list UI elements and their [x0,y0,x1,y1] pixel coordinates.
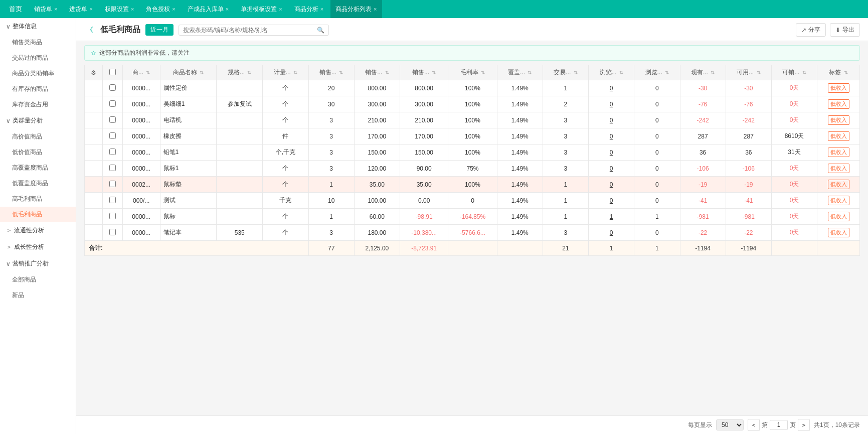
page-input[interactable] [770,420,788,430]
sidebar-item-new-goods[interactable]: 新品 [0,287,76,303]
search-icon[interactable]: 🔍 [317,27,324,34]
row-browse1[interactable]: 0 [589,112,634,128]
nav-goods-analysis[interactable]: 商品分析 × [289,0,328,18]
close-role-tab[interactable]: × [172,6,175,12]
date-filter-button[interactable]: 近一月 [145,24,173,36]
row-browse1[interactable]: 0 [589,177,634,193]
row-spec [217,193,263,209]
row-checkbox[interactable] [103,209,122,225]
next-page-button[interactable]: ＞ [798,419,810,431]
col-settings[interactable]: ⚙ [85,65,103,80]
sidebar-item-high-value[interactable]: 高价值商品 [0,129,76,144]
nav-goods-analysis-list[interactable]: 商品分析列表 × [330,0,382,18]
sidebar-item-sales-goods[interactable]: 销售类商品 [0,35,76,50]
row-browse1[interactable]: 0 [589,144,634,161]
sidebar-item-stock-capital[interactable]: 库存资金占用 [0,97,76,112]
table-container[interactable]: ⚙ 商... ⇅ 商品名称 ⇅ 规格... ⇅ 计量... ⇅ 销售... ⇅ … [76,65,868,415]
nav-template[interactable]: 单据模板设置 × [236,0,287,18]
sidebar-group-overall[interactable]: ∨ 整体信息 [0,18,76,35]
tag-badge: 低收入 [828,83,849,93]
share-button[interactable]: ↗ 分享 [796,23,826,37]
table-row: 0000... 电话机 个 3 210.00 210.00 100% 1.49%… [85,112,860,128]
col-browse1[interactable]: 浏览... ⇅ [589,65,634,80]
close-goods-tab[interactable]: × [320,6,323,12]
total-saleable [771,241,817,256]
col-saleable[interactable]: 可销... ⇅ [771,65,817,80]
col-coverage[interactable]: 覆盖... ⇅ [497,65,543,80]
close-permission-tab[interactable]: × [131,6,134,12]
search-input[interactable] [183,27,315,34]
tag-badge: 低收入 [828,228,849,237]
sidebar-item-low-coverage[interactable]: 低覆盖度商品 [0,176,76,191]
nav-home[interactable]: 首页 [4,0,27,18]
sidebar-group-growth[interactable]: ＞ 成长性分析 [0,239,76,255]
nav-product-stock[interactable]: 产成品入库单 × [183,0,234,18]
row-browse2: 0 [634,161,680,177]
select-all-checkbox[interactable] [109,69,116,75]
row-name: 鼠标垫 [160,177,216,193]
sidebar-item-category-rate[interactable]: 商品分类助销率 [0,66,76,81]
close-purchase-tab[interactable]: × [89,6,92,12]
row-gross-margin: -5766.6... [448,225,497,241]
sidebar-item-high-profit[interactable]: 高毛利商品 [0,191,76,207]
row-checkbox[interactable] [103,225,122,241]
col-current-stock[interactable]: 现有... ⇅ [680,65,726,80]
col-tag[interactable]: 标签 ⇅ [817,65,860,80]
nav-purchase[interactable]: 进货单 × [64,0,97,18]
row-browse1[interactable]: 0 [589,96,634,112]
col-name[interactable]: 商品名称 ⇅ [160,65,216,80]
sidebar-item-low-profit[interactable]: 低毛利商品 [0,207,76,222]
export-button[interactable]: ⬇ 导出 [830,23,860,37]
sidebar-item-high-coverage[interactable]: 高覆盖度商品 [0,160,76,176]
col-sales-qty[interactable]: 销售... ⇅ [308,65,354,80]
close-product-tab[interactable]: × [226,6,229,12]
close-list-tab[interactable]: × [374,6,377,12]
row-browse1[interactable]: 0 [589,161,634,177]
sidebar-group-circulation[interactable]: ＞ 流通性分析 [0,222,76,239]
row-checkbox[interactable] [103,96,122,112]
col-transaction[interactable]: 交易... ⇅ [543,65,588,80]
col-spec[interactable]: 规格... ⇅ [217,65,263,80]
sidebar-group-cluster[interactable]: ∨ 类群量分析 [0,112,76,129]
row-checkbox[interactable] [103,80,122,96]
row-checkbox[interactable] [103,177,122,193]
row-code: 0002... [122,177,160,193]
col-unit[interactable]: 计量... ⇅ [263,65,308,80]
row-checkbox[interactable] [103,128,122,144]
col-browse2[interactable]: 浏览... ⇅ [634,65,680,80]
sidebar-item-traded-goods[interactable]: 交易过的商品 [0,50,76,66]
arrow-circulation: ＞ [6,226,12,235]
close-template-tab[interactable]: × [279,6,282,12]
nav-sales[interactable]: 销货单 × [29,0,62,18]
row-checkbox[interactable] [103,144,122,161]
nav-role-auth[interactable]: 角色授权 × [141,0,180,18]
per-page-select[interactable]: 50 100 200 [716,419,744,430]
row-browse1[interactable]: 0 [589,225,634,241]
row-checkbox[interactable] [103,112,122,128]
notice-bar: ☆ 这部分商品的利润非常低，请关注 [84,45,860,61]
sidebar-item-all-goods[interactable]: 全部商品 [0,272,76,287]
prev-page-button[interactable]: ＜ [748,419,760,431]
row-checkbox[interactable] [103,161,122,177]
col-gross-margin[interactable]: 毛利率 ⇅ [448,65,497,80]
row-browse1[interactable]: 0 [589,80,634,96]
sidebar-group-marketing[interactable]: ∨ 营销推广分析 [0,255,76,272]
row-current-stock: -106 [680,161,726,177]
row-gross-margin: 100% [448,112,497,128]
row-code: 0000... [122,209,160,225]
sidebar-item-low-value[interactable]: 低价值商品 [0,144,76,160]
nav-permission[interactable]: 权限设置 × [100,0,139,18]
row-sales-profit: 210.00 [400,112,448,128]
col-available[interactable]: 可用... ⇅ [726,65,771,80]
col-code[interactable]: 商... ⇅ [122,65,160,80]
close-sales-tab[interactable]: × [54,6,57,12]
sidebar-item-stocked-goods[interactable]: 有库存的商品 [0,81,76,97]
row-browse1[interactable]: 0 [589,128,634,144]
row-browse1[interactable]: 1 [589,209,634,225]
row-browse1[interactable]: 0 [589,193,634,209]
notice-text: 这部分商品的利润非常低，请关注 [99,49,190,57]
col-sales-profit[interactable]: 销售... ⇅ [400,65,448,80]
col-sales-amt[interactable]: 销售... ⇅ [354,65,400,80]
sidebar-collapse-button[interactable]: 《 [84,26,95,35]
row-checkbox[interactable] [103,193,122,209]
